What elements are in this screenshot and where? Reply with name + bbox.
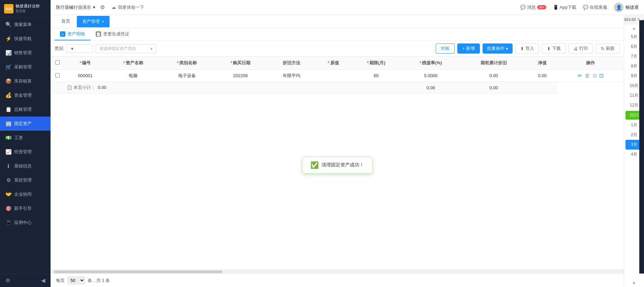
sub-tab-asset-detail-label: 资产明细 bbox=[67, 31, 85, 37]
online-service-btn[interactable]: 💬 在线客服 bbox=[583, 4, 607, 10]
online-service-label: 在线客服 bbox=[590, 4, 607, 10]
topbar: 医疗器械行业演示 ▾ ⚙ ☁ 我要体验一下 💬 消息 99+ 📱 App下载 💬… bbox=[51, 0, 644, 15]
action-icons: ✏ 🗑 ⧉ ⊡ bbox=[560, 72, 621, 79]
content-area: 首页 资产管理 × ≡ 资产明细 📄 变更生成凭证 bbox=[51, 15, 644, 287]
table-icon: ≡ bbox=[60, 31, 65, 37]
app-center-icon: 📱 bbox=[5, 220, 11, 226]
col-net-value: 净值 bbox=[527, 57, 557, 70]
settings-icon[interactable]: ⚙ bbox=[5, 277, 10, 284]
sidebar-item-inventory[interactable]: 📦 库存核算 bbox=[0, 74, 51, 88]
print-btn[interactable]: 🖨 打印 bbox=[569, 43, 593, 54]
collapse-icon[interactable]: ◀ bbox=[41, 277, 45, 284]
success-icon: ✅ bbox=[310, 161, 319, 169]
col-depreciation: 折旧方法 bbox=[267, 57, 316, 70]
sidebar-item-app-center[interactable]: 📱 应用中心 bbox=[0, 216, 51, 230]
cal-scroll-down[interactable]: ▼ bbox=[624, 279, 644, 287]
horizontal-scrollbar[interactable] bbox=[51, 269, 624, 274]
category-input[interactable]: 请选择固定资产类别 ▾ bbox=[96, 44, 156, 53]
experience-btn[interactable]: ☁ 我要体验一下 bbox=[112, 4, 144, 10]
messages-badge: 99+ bbox=[537, 5, 546, 9]
sidebar-item-basic-info[interactable]: ℹ 基础信息 bbox=[0, 159, 51, 173]
sidebar-item-label: 搜索菜单 bbox=[14, 22, 32, 28]
avatar: 👤 bbox=[614, 3, 623, 12]
scrollbar-thumb[interactable] bbox=[54, 270, 222, 273]
row-residual-rate: 5.0000 bbox=[401, 70, 460, 82]
subtotal-label: 📋 本页小计： 0.00 bbox=[64, 82, 316, 94]
sidebar-item-label: 固定资产 bbox=[14, 121, 32, 127]
category-placeholder: 请选择固定资产类别 bbox=[99, 46, 136, 52]
total-label: 条，共 1 条 bbox=[88, 278, 110, 284]
sidebar-item-operations[interactable]: 📈 经营管理 bbox=[0, 145, 51, 159]
download-icon: ⬇ bbox=[547, 46, 551, 51]
app-download-btn[interactable]: 📱 App下载 bbox=[553, 4, 576, 10]
sidebar-item-label: 快捷导航 bbox=[14, 36, 32, 42]
sidebar-item-sales[interactable]: 📊 销售管理 bbox=[0, 46, 51, 60]
sidebar-item-label: 企业协同 bbox=[14, 191, 32, 197]
toast-overlay: ✅ 清理固定资产成功！ bbox=[302, 157, 372, 173]
reconcile-btn[interactable]: 对账 bbox=[436, 43, 455, 54]
chevron-down-icon: ▾ bbox=[506, 46, 508, 51]
topbar-actions: 💬 消息 99+ 📱 App下载 💬 在线客服 👤 畅捷通 bbox=[520, 3, 639, 12]
sub-tab-change-voucher[interactable]: 📄 变更生成凭证 bbox=[90, 28, 135, 40]
table-section: *编号 *资产名称 *类别名称 *购买日期 折旧方法 *原值 *期限(月) *残… bbox=[51, 57, 624, 274]
row-checkbox[interactable] bbox=[55, 73, 60, 77]
user-menu[interactable]: 👤 畅捷通 bbox=[614, 3, 639, 12]
select-all-header[interactable] bbox=[51, 57, 64, 70]
sales-icon: 📊 bbox=[5, 50, 11, 56]
download-btn[interactable]: ⬇ 下载 bbox=[542, 43, 566, 54]
more-icon[interactable]: ⊡ bbox=[599, 72, 604, 79]
sidebar-item-payroll[interactable]: 💵 工资 bbox=[0, 131, 51, 145]
tab-close-icon[interactable]: × bbox=[102, 19, 104, 24]
sidebar-item-quick-nav[interactable]: ⚡ 快捷导航 bbox=[0, 32, 51, 46]
reconcile-label: 对账 bbox=[441, 45, 450, 52]
tab-home[interactable]: 首页 bbox=[56, 15, 75, 28]
chevron-down-icon: ▾ bbox=[150, 46, 153, 51]
company-selector[interactable]: 医疗器械行业演示 ▾ bbox=[56, 4, 95, 10]
inventory-icon: 📦 bbox=[5, 78, 11, 84]
print-label: 打印 bbox=[579, 45, 588, 52]
sidebar: AtA 畅捷通好业财 普及版 🔍 搜索菜单 ⚡ 快捷导航 📊 销售管理 🛒 采购… bbox=[0, 0, 51, 287]
sidebar-item-enterprise[interactable]: 🤝 企业协同 bbox=[0, 187, 51, 201]
import-btn[interactable]: ⬆ 导入 bbox=[515, 43, 539, 54]
import-icon: ⬆ bbox=[520, 46, 524, 51]
service-icon: 💬 bbox=[583, 5, 588, 10]
sub-tab-asset-detail[interactable]: ≡ 资产明细 bbox=[55, 28, 90, 40]
sidebar-item-funds[interactable]: 💰 资金管理 bbox=[0, 88, 51, 102]
sidebar-item-ledger[interactable]: 📋 总账管理 bbox=[0, 102, 51, 117]
logo-icon: AtA bbox=[4, 4, 13, 13]
messages-label: 消息 bbox=[527, 4, 536, 10]
refresh-btn[interactable]: ↻ 刷新 bbox=[596, 43, 620, 54]
edit-icon[interactable]: ✏ bbox=[578, 72, 582, 79]
copy-icon[interactable]: ⧉ bbox=[593, 73, 596, 79]
sidebar-item-search[interactable]: 🔍 搜索菜单 bbox=[0, 18, 51, 32]
basic-info-icon: ℹ bbox=[5, 163, 11, 169]
row-period: 60 bbox=[351, 70, 401, 82]
col-original-value: *原值 bbox=[316, 57, 351, 70]
sidebar-item-purchase[interactable]: 🛒 采购管理 bbox=[0, 60, 51, 74]
per-page-select[interactable]: 50 100 200 bbox=[67, 277, 85, 284]
sidebar-item-label: 新手引导 bbox=[14, 205, 32, 212]
add-btn[interactable]: + 新增 bbox=[457, 43, 480, 54]
per-page-label: 每页 bbox=[56, 278, 65, 284]
row-original-value bbox=[316, 70, 351, 82]
experience-label: 我要体验一下 bbox=[118, 4, 144, 10]
col-residual-rate: *残值率(%) bbox=[401, 57, 460, 70]
sidebar-item-system[interactable]: ⚙ 系统管理 bbox=[0, 173, 51, 187]
sub-tabs: ≡ 资产明细 📄 变更生成凭证 bbox=[51, 28, 624, 41]
select-all-checkbox[interactable] bbox=[55, 60, 60, 65]
sidebar-item-label: 应用中心 bbox=[14, 220, 32, 226]
app-name: 畅捷通好业财 bbox=[16, 4, 40, 9]
row-checkbox-cell[interactable] bbox=[51, 70, 64, 82]
category-select[interactable]: ▾ bbox=[66, 44, 93, 53]
tab-asset-management[interactable]: 资产管理 × bbox=[77, 16, 110, 27]
sidebar-item-fixed-assets[interactable]: 🏢 固定资产 bbox=[0, 117, 51, 131]
system-icon: ⚙ bbox=[5, 177, 11, 183]
sidebar-item-guide[interactable]: 🎯 新手引导 bbox=[0, 201, 51, 216]
company-settings-icon[interactable]: ⚙ bbox=[100, 4, 105, 10]
funds-icon: 💰 bbox=[5, 92, 11, 98]
col-purchase-date: *购买日期 bbox=[214, 57, 267, 70]
toolbar-left: 类别 ▾ 请选择固定资产类别 ▾ bbox=[55, 44, 433, 53]
delete-icon[interactable]: 🗑 bbox=[585, 73, 590, 79]
messages-btn[interactable]: 💬 消息 99+ bbox=[520, 4, 546, 10]
batch-ops-btn[interactable]: 批量操作 ▾ bbox=[483, 43, 513, 54]
